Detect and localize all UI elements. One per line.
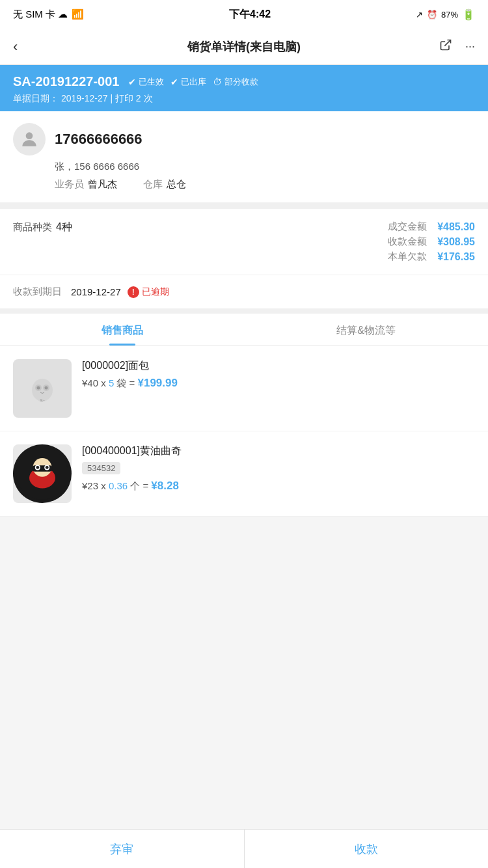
print-unit: 次 [144, 93, 153, 103]
status-left: 无 SIM 卡 ☁ 📶 [13, 8, 84, 21]
battery-icon: 🔋 [462, 8, 475, 21]
sales-value: 曾凡杰 [88, 178, 117, 191]
share-icon[interactable] [439, 38, 452, 55]
bottom-bar: 弃审 收款 [0, 829, 488, 868]
cancel-review-button[interactable]: 弃审 [0, 830, 245, 868]
product-name-1: [0000002]面包 [82, 359, 475, 373]
customer-name: 17666666666 [55, 131, 142, 148]
order-banner: SA-20191227-001 ✔ 已生效 ✔ 已出库 ⏱ 部分收款 单据日期：… [0, 65, 488, 111]
customer-top: 17666666666 [13, 123, 475, 156]
order-date-row: 单据日期： 2019-12-27 | 打印 2 次 [13, 93, 475, 105]
back-button[interactable]: ‹ [13, 38, 36, 55]
location-icon: ↗ [416, 10, 423, 20]
overdue-text: 已逾期 [142, 286, 169, 298]
types-count: 4种 [56, 221, 72, 234]
page-title: 销货单详情(来自电脑) [187, 39, 301, 55]
alarm-icon: ⏰ [427, 10, 437, 20]
svg-text:兔+: 兔+ [40, 398, 45, 402]
customer-meta: 业务员 曾凡杰 仓库 总仓 [13, 178, 475, 191]
svg-point-1 [26, 132, 33, 139]
print-label: 打印 [115, 93, 133, 103]
bottom-spacer [0, 517, 488, 562]
receive-row: 收款金额 ¥308.95 [388, 236, 475, 248]
status-shipped: ✔ 已出库 [170, 76, 206, 88]
product-total-1: ¥199.99 [138, 377, 178, 389]
receive-label: 收款金额 [388, 236, 427, 248]
avatar [13, 123, 46, 156]
status-effective: ✔ 已生效 [128, 76, 164, 88]
overdue-badge: ! 已逾期 [128, 286, 169, 298]
product-price-1: ¥40 x 5 袋 = ¥199.99 [82, 377, 475, 390]
debt-amount: ¥176.35 [437, 251, 475, 263]
print-separator: | [110, 93, 115, 103]
svg-point-5 [37, 387, 40, 390]
due-date: 2019-12-27 [71, 286, 121, 297]
svg-point-14 [36, 466, 39, 469]
divider-1 [0, 202, 488, 209]
svg-line-0 [444, 40, 450, 46]
tab-settlement[interactable]: 结算&物流等 [244, 314, 488, 346]
debt-row: 本单欠款 ¥176.35 [388, 251, 475, 263]
deal-amount: ¥485.30 [437, 221, 475, 233]
warehouse-item: 仓库 总仓 [143, 178, 186, 191]
tabs-row: 销售商品 结算&物流等 [0, 314, 488, 346]
due-section: 收款到期日 2019-12-27 ! 已逾期 [0, 275, 488, 308]
print-count: 2 [136, 93, 141, 103]
product-img-2 [13, 444, 72, 503]
order-id: SA-20191227-001 [13, 74, 119, 89]
svg-point-6 [45, 387, 48, 390]
list-item: 兔+ [0000002]面包 ¥40 x 5 袋 = ¥199.99 [0, 346, 488, 431]
customer-section: 17666666666 张，156 6666 6666 业务员 曾凡杰 仓库 总… [0, 111, 488, 202]
due-label: 收款到期日 [13, 286, 62, 298]
status-partial: ⏱ 部分收款 [213, 76, 258, 88]
product-thumbnail-1: 兔+ [13, 359, 72, 418]
summary-right: 成交金额 ¥485.30 收款金额 ¥308.95 本单欠款 ¥176.35 [388, 221, 475, 263]
summary-row: 商品种类 4种 成交金额 ¥485.30 收款金额 ¥308.95 本单欠款 ¥… [13, 221, 475, 263]
tabs-section: 销售商品 结算&物流等 [0, 308, 488, 346]
product-qty-1: 5 [109, 377, 114, 388]
nav-bar: ‹ 销货单详情(来自电脑) ··· [0, 29, 488, 65]
sim-label: 无 SIM 卡 ☁ [13, 8, 68, 21]
clock-icon: ⏱ [213, 77, 222, 87]
svg-point-15 [46, 466, 49, 469]
tab-products[interactable]: 销售商品 [0, 314, 244, 346]
product-thumbnail-2 [13, 444, 72, 503]
customer-info: 张，156 6666 6666 [13, 161, 475, 173]
nav-actions: ··· [439, 38, 475, 55]
list-item: [000400001]黄油曲奇 534532 ¥23 x 0.36 个 = ¥8… [0, 431, 488, 517]
product-qty-2: 0.36 [109, 480, 128, 491]
receive-amount: ¥308.95 [437, 236, 475, 248]
warehouse-label: 仓库 [143, 178, 163, 191]
svg-rect-11 [32, 465, 53, 472]
deal-label: 成交金额 [388, 221, 427, 233]
battery-level: 87% [441, 10, 458, 20]
order-date: 2019-12-27 [61, 93, 108, 103]
product-name-2: [000400001]黄油曲奇 [82, 444, 475, 458]
deal-row: 成交金额 ¥485.30 [388, 221, 475, 233]
warehouse-value: 总仓 [167, 178, 186, 191]
product-info-2: [000400001]黄油曲奇 534532 ¥23 x 0.36 个 = ¥8… [82, 444, 475, 493]
overdue-icon: ! [128, 286, 139, 298]
wifi-icon: 📶 [72, 8, 84, 20]
product-price-2: ¥23 x 0.36 个 = ¥8.28 [82, 480, 475, 493]
summary-section: 商品种类 4种 成交金额 ¥485.30 收款金额 ¥308.95 本单欠款 ¥… [0, 209, 488, 275]
debt-label: 本单欠款 [388, 251, 427, 263]
status-bar: 无 SIM 卡 ☁ 📶 下午4:42 ↗ ⏰ 87% 🔋 [0, 0, 488, 29]
collect-payment-button[interactable]: 收款 [245, 830, 489, 868]
check-icon-2: ✔ [170, 77, 178, 87]
date-label: 单据日期： [13, 93, 59, 103]
product-sku-2: 534532 [82, 462, 120, 474]
status-right: ↗ ⏰ 87% 🔋 [416, 8, 475, 21]
status-time: 下午4:42 [229, 8, 271, 21]
sales-label: 业务员 [55, 178, 84, 191]
check-icon-1: ✔ [128, 77, 136, 87]
product-info-1: [0000002]面包 ¥40 x 5 袋 = ¥199.99 [82, 359, 475, 390]
products-section: 兔+ [0000002]面包 ¥40 x 5 袋 = ¥199.99 [0, 346, 488, 517]
more-icon[interactable]: ··· [465, 40, 475, 53]
sales-person-item: 业务员 曾凡杰 [55, 178, 117, 191]
types-label: 商品种类 [13, 221, 52, 234]
status-badges: ✔ 已生效 ✔ 已出库 ⏱ 部分收款 [128, 76, 258, 88]
product-total-2: ¥8.28 [151, 480, 179, 492]
